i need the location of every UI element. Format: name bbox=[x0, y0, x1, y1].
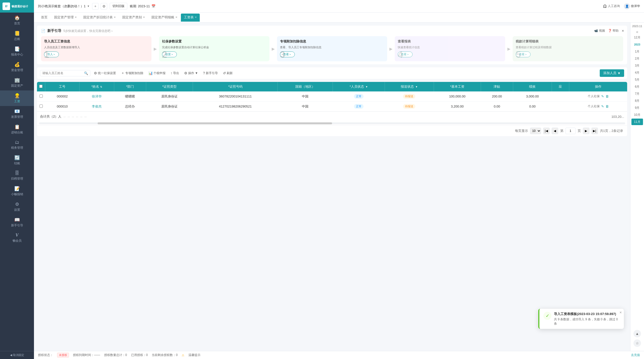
footer-dash-4: -- bbox=[76, 115, 78, 119]
panel-down-icon[interactable]: ☆ bbox=[633, 339, 641, 347]
page-number-input[interactable] bbox=[566, 128, 576, 134]
tab-fixed-assets-close-icon[interactable]: ✕ bbox=[75, 16, 77, 19]
row1-checkbox-cell[interactable] bbox=[37, 91, 45, 101]
cal-month-7[interactable]: 7月 bbox=[631, 90, 643, 97]
ai-consult-button[interactable]: 🎧 人工咨询 bbox=[603, 4, 620, 8]
tab-fixed-assets[interactable]: 固定资产管理 ✕ bbox=[51, 14, 80, 22]
settings-button[interactable]: ⚙ bbox=[101, 3, 107, 10]
sidebar-item-home[interactable]: 🏠 首页 bbox=[0, 13, 34, 28]
toast-close-button[interactable]: ✕ bbox=[619, 311, 622, 314]
refresh-button[interactable]: ↺ 刷新 bbox=[221, 70, 234, 76]
cal-month-5[interactable]: 5月 bbox=[631, 76, 643, 83]
help-link[interactable]: ❓ 帮助 bbox=[608, 29, 619, 33]
export-button[interactable]: ↑ 导出 bbox=[169, 70, 181, 76]
next-page-button[interactable]: ▶ bbox=[583, 128, 589, 134]
tab-depreciation[interactable]: 固定资产折旧统计表 ✕ bbox=[80, 14, 119, 22]
sidebar-item-reports[interactable]: 📑 报表中心 bbox=[0, 44, 34, 59]
tax-filing-button[interactable]: 📊 个税申报 bbox=[147, 70, 167, 76]
video-link[interactable]: 📹 视频 bbox=[594, 29, 605, 33]
sidebar-item-assets[interactable]: 🏢 固定资产 bbox=[0, 75, 34, 90]
cal-month-11[interactable]: 11月 bbox=[631, 119, 643, 125]
logo-icon: 好 bbox=[3, 3, 10, 10]
row2-name-link[interactable]: 李俊杰 bbox=[92, 105, 102, 108]
row2-checkbox[interactable] bbox=[39, 105, 43, 108]
row1-social-ins-link[interactable]: 个人社保 bbox=[588, 94, 600, 98]
total-auth: 授权数量总计：0 bbox=[104, 353, 127, 357]
sidebar-item-settings[interactable]: ⚙ 设置 bbox=[0, 199, 34, 215]
row2-report-status: 待报送 bbox=[385, 101, 434, 112]
header-subsidy: 津贴 bbox=[481, 82, 513, 91]
sidebar-item-guide[interactable]: 📖 新手引导 bbox=[0, 215, 34, 230]
add-account-button[interactable]: ＋ bbox=[92, 3, 99, 10]
step-4-title: 查看报表 bbox=[398, 39, 502, 44]
row2-delete-icon[interactable]: 🗑 bbox=[606, 105, 609, 108]
row2-social-ins-link[interactable]: 个人社保 bbox=[588, 104, 600, 109]
row1-delete-icon[interactable]: 🗑 bbox=[606, 94, 609, 98]
special-deduction-button[interactable]: ＋ 专项附加扣除 bbox=[119, 70, 145, 76]
table-row: 000010 李俊杰 总经办 居民身份证 412702198206290521 … bbox=[37, 101, 627, 112]
tab-detail-ledger-close-icon[interactable]: ✕ bbox=[175, 16, 177, 19]
cal-month-9[interactable]: 9月 bbox=[631, 105, 643, 111]
table-row: 000002 徐泽华 嗯嗯嗯 居民身份证 360782200104131111 … bbox=[37, 91, 627, 101]
first-page-button[interactable]: |◀ bbox=[543, 128, 550, 134]
row1-checkbox[interactable] bbox=[39, 94, 43, 98]
cal-month-12[interactable]: 12月 bbox=[631, 34, 643, 41]
per-page-select[interactable]: 10 20 50 bbox=[530, 128, 541, 134]
sidebar-item-payroll[interactable]: 👷 工资 bbox=[0, 90, 34, 106]
operation-button[interactable]: ⚙ 操作 ▼ bbox=[183, 70, 199, 76]
sidebar-item-sales[interactable]: 📋 进销台账 bbox=[0, 122, 34, 137]
add-person-button[interactable]: 添加人员 ▼ bbox=[600, 69, 624, 77]
sidebar-item-close[interactable]: 🔄 结账 bbox=[0, 152, 34, 168]
row1-employee-id: 000002 bbox=[45, 91, 79, 101]
expand-calendar-button[interactable]: « bbox=[636, 30, 638, 34]
social-insurance-icon: ⚙ bbox=[94, 71, 97, 75]
sidebar-item-tax-label: 税务管理 bbox=[11, 146, 23, 150]
guide-button-label: 新手引导 bbox=[206, 71, 218, 75]
row2-status-badge: 正常 bbox=[354, 104, 364, 109]
user-info[interactable]: 👤 徐泽华 bbox=[624, 3, 640, 9]
cal-month-10[interactable]: 10月 bbox=[631, 112, 643, 118]
sidebar-item-funds[interactable]: 💰 资金管理 bbox=[0, 59, 34, 75]
sidebar-item-invoice[interactable]: 📧 发票管理 bbox=[0, 106, 34, 122]
tab-detail-ledger[interactable]: 固定资产明细账 ✕ bbox=[148, 14, 180, 22]
sidebar-item-tax[interactable]: 🗂 税务管理 bbox=[0, 137, 34, 152]
row2-checkbox-cell[interactable] bbox=[37, 101, 45, 112]
step-arrow-3: ▶ bbox=[387, 36, 395, 61]
charge-link[interactable]: 去充值 bbox=[631, 353, 640, 357]
guide-button[interactable]: ? 新手引导 bbox=[202, 70, 219, 76]
guide-close-icon[interactable]: ✕ bbox=[622, 29, 624, 33]
sidebar-item-archive[interactable]: 🗄 归档管理 bbox=[0, 168, 34, 183]
cal-month-3[interactable]: 3月 bbox=[631, 62, 643, 69]
sidebar-item-expense[interactable]: 📝 小畅报销 bbox=[0, 183, 34, 199]
cal-month-4[interactable]: 4月 bbox=[631, 69, 643, 76]
row1-edit-icon[interactable]: ✎ bbox=[601, 94, 604, 98]
tab-payroll[interactable]: 工资表 ✕ bbox=[181, 14, 200, 22]
tab-category[interactable]: 固定资产类别 ✕ bbox=[119, 14, 148, 22]
row1-basic-salary: 100,000.00 bbox=[434, 91, 481, 101]
tab-depreciation-close-icon[interactable]: ✕ bbox=[114, 16, 116, 19]
select-all-checkbox[interactable] bbox=[39, 85, 43, 88]
sidebar-item-ledger[interactable]: 📒 总账 bbox=[0, 28, 34, 44]
step-4-desc: 快速查看统计信息 bbox=[398, 45, 502, 49]
tab-payroll-close-icon[interactable]: ✕ bbox=[195, 16, 197, 19]
last-page-button[interactable]: ▶| bbox=[591, 128, 598, 134]
sidebar-item-member[interactable]: V 畅会员 bbox=[0, 230, 34, 245]
unpin-button[interactable]: ◀ 取消固定 bbox=[0, 351, 34, 359]
account-selector[interactable]: 刘小艳演示账套（勿删勿动！）1 ▼ bbox=[38, 4, 90, 9]
panel-up-icon[interactable]: ▲ bbox=[633, 330, 641, 337]
header-checkbox-cell[interactable] bbox=[37, 82, 45, 91]
social-insurance-button[interactable]: ⚙ 统一社保设置 bbox=[92, 70, 117, 76]
cal-month-1[interactable]: 1月 bbox=[631, 48, 643, 55]
cal-month-6[interactable]: 6月 bbox=[631, 83, 643, 90]
row2-edit-icon[interactable]: ✎ bbox=[601, 105, 604, 108]
calendar-icon[interactable]: 📅 bbox=[151, 4, 155, 8]
search-input[interactable] bbox=[42, 71, 83, 75]
switch-version-button[interactable]: 切到旧版 bbox=[110, 3, 127, 10]
row1-name-link[interactable]: 徐泽华 bbox=[92, 94, 102, 98]
cal-month-8[interactable]: 8月 bbox=[631, 97, 643, 104]
prev-page-button[interactable]: ◀ bbox=[552, 128, 558, 134]
tab-category-close-icon[interactable]: ✕ bbox=[143, 16, 145, 19]
cal-month-2[interactable]: 2月 bbox=[631, 55, 643, 62]
search-wrap: 🔍 bbox=[40, 70, 90, 76]
tab-home[interactable]: 首页 bbox=[38, 14, 51, 22]
